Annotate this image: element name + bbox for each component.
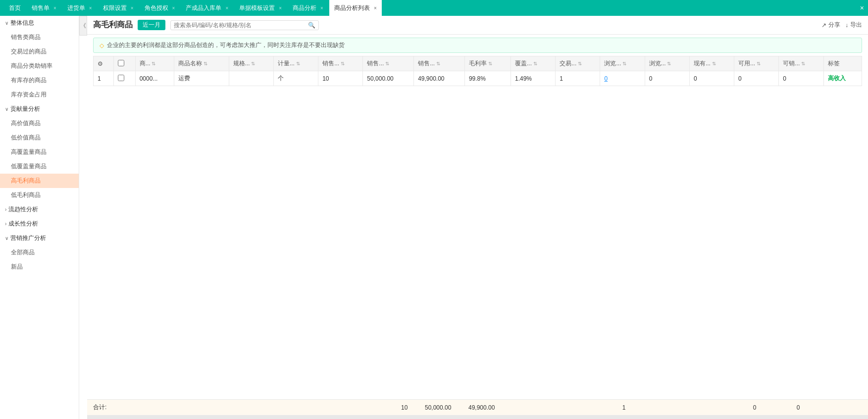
sort-icon-6[interactable]: ⇅ xyxy=(339,61,345,66)
col-header-9[interactable]: 毛利率 ⇅ xyxy=(464,56,511,71)
sidebar-group-label: 贡献量分析 xyxy=(10,105,40,113)
row-select-checkbox[interactable] xyxy=(118,75,124,81)
nav-item-单据模板设置[interactable]: 单据模板设置× xyxy=(234,0,287,16)
sidebar-item-高覆盖量商品[interactable]: 高覆盖量商品 xyxy=(0,145,79,159)
select-all-checkbox[interactable] xyxy=(118,60,124,66)
bottom-scrollbar[interactable] xyxy=(87,415,868,419)
sort-icon-5[interactable]: ⇅ xyxy=(295,61,300,66)
page-title: 高毛利商品 xyxy=(93,20,133,30)
sidebar-item-新品[interactable]: 新品 xyxy=(0,260,79,274)
nav-close-icon[interactable]: × xyxy=(225,5,228,11)
footer-sales1: 10 xyxy=(372,404,411,411)
sidebar: ∨整体信息销售类商品交易过的商品商品分类助销率有库存的商品库存资金占用∨贡献量分… xyxy=(0,16,79,419)
col-header-6[interactable]: 销售... ⇅ xyxy=(318,56,363,71)
sort-icon-11[interactable]: ⇅ xyxy=(576,61,582,66)
settings-icon[interactable]: ⚙ xyxy=(98,60,103,67)
col-header-4[interactable]: 规格... ⇅ xyxy=(229,56,273,71)
nav-close-icon[interactable]: × xyxy=(172,5,175,11)
col-header-10[interactable]: 覆盖... ⇅ xyxy=(511,56,556,71)
sidebar-item-低覆盖量商品[interactable]: 低覆盖量商品 xyxy=(0,159,79,174)
nav-item-角色授权[interactable]: 角色授权× xyxy=(140,0,180,16)
share-button[interactable]: ↗ 分享 xyxy=(821,21,840,29)
sort-icon-13[interactable]: ⇅ xyxy=(666,61,671,66)
sidebar-item-全部商品[interactable]: 全部商品 xyxy=(0,245,79,260)
browse-link[interactable]: 0 xyxy=(604,75,608,82)
sidebar-collapse-button[interactable]: 《 xyxy=(79,16,87,36)
sidebar-item-商品分类助销率[interactable]: 商品分类助销率 xyxy=(0,59,79,73)
arrow-right-icon: › xyxy=(5,207,6,212)
sort-icon-3[interactable]: ⇅ xyxy=(202,61,207,66)
col-header-7[interactable]: 销售... ⇅ xyxy=(363,56,414,71)
col-header-8[interactable]: 销售... ⇅ xyxy=(414,56,465,71)
sidebar-group-流趋性分析[interactable]: ›流趋性分析 xyxy=(0,202,79,217)
col-header-17: 标签 xyxy=(823,56,862,71)
sidebar-item-低毛利商品[interactable]: 低毛利商品 xyxy=(0,188,79,202)
sidebar-item-库存资金占用[interactable]: 库存资金占用 xyxy=(0,88,79,102)
col-label-6: 销售... xyxy=(322,60,339,67)
sidebar-group-贡献量分析[interactable]: ∨贡献量分析 xyxy=(0,102,79,116)
export-button[interactable]: ↓ 导出 xyxy=(845,21,862,29)
close-window-btn[interactable]: × xyxy=(860,4,864,12)
col-label-5: 计量... xyxy=(278,60,295,67)
nav-item-销售单[interactable]: 销售单× xyxy=(27,0,61,16)
row-browse2: 0 xyxy=(645,71,689,86)
col-header-15[interactable]: 可用... ⇅ xyxy=(734,56,779,71)
sort-icon-14[interactable]: ⇅ xyxy=(711,61,716,66)
nav-item-产成品入库单[interactable]: 产成品入库单× xyxy=(181,0,233,16)
col-header-14[interactable]: 现有... ⇅ xyxy=(689,56,734,71)
sort-icon-9[interactable]: ⇅ xyxy=(487,61,492,66)
sidebar-item-高毛利商品[interactable]: 高毛利商品 xyxy=(0,174,79,188)
nav-item-进货单[interactable]: 进货单× xyxy=(62,0,97,16)
info-text: 企业的主要的利润都是这部分商品创造的，可考虑加大推广，同时关注库存是不要出现缺货 xyxy=(107,41,345,49)
nav-close-icon[interactable]: × xyxy=(53,5,56,11)
col-label-13: 浏览... xyxy=(649,60,666,67)
col-label-9: 毛利率 xyxy=(469,60,487,67)
col-header-11[interactable]: 交易... ⇅ xyxy=(556,56,600,71)
sidebar-item-销售类商品[interactable]: 销售类商品 xyxy=(0,30,79,45)
sort-icon-7[interactable]: ⇅ xyxy=(384,61,389,66)
sort-icon-16[interactable]: ⇅ xyxy=(800,61,805,66)
filter-recent-month-button[interactable]: 近一月 xyxy=(138,20,165,30)
sidebar-item-交易过的商品[interactable]: 交易过的商品 xyxy=(0,45,79,59)
col-header-3[interactable]: 商品名称 ⇅ xyxy=(174,56,229,71)
row-current: 0 xyxy=(689,71,734,86)
nav-close-icon[interactable]: × xyxy=(374,5,377,11)
table-body: 10000...运费个1050,000.0049,900.0099.8%1.49… xyxy=(94,71,862,86)
col-header-0: ⚙ xyxy=(94,56,114,71)
col-header-2[interactable]: 商... ⇅ xyxy=(135,56,174,71)
row-available: 0 xyxy=(734,71,779,86)
col-header-13[interactable]: 浏览... ⇅ xyxy=(645,56,689,71)
sidebar-item-低价值商品[interactable]: 低价值商品 xyxy=(0,131,79,145)
top-navigation: 首页销售单×进货单×权限设置×角色授权×产成品入库单×单据模板设置×商品分析×商… xyxy=(0,0,868,16)
nav-item-商品分析[interactable]: 商品分析× xyxy=(288,0,328,16)
nav-close-icon[interactable]: × xyxy=(279,5,282,11)
nav-item-首页[interactable]: 首页 xyxy=(4,0,26,16)
sidebar-group-营销推广分析[interactable]: ∨营销推广分析 xyxy=(0,231,79,245)
nav-close-icon[interactable]: × xyxy=(320,5,323,11)
sidebar-group-成长性分析[interactable]: ›成长性分析 xyxy=(0,217,79,231)
sort-icon-12[interactable]: ⇅ xyxy=(621,61,626,66)
col-header-12[interactable]: 浏览... ⇅ xyxy=(600,56,645,71)
sort-icon-2[interactable]: ⇅ xyxy=(151,61,156,66)
sort-icon-8[interactable]: ⇅ xyxy=(435,61,440,66)
sidebar-item-有库存的商品[interactable]: 有库存的商品 xyxy=(0,73,79,88)
row-code: 0000... xyxy=(135,71,174,86)
col-header-16[interactable]: 可销... ⇅ xyxy=(779,56,823,71)
search-input[interactable] xyxy=(174,22,306,29)
content-area: 高毛利商品 近一月 🔍 ↗ 分享 ↓ 导出 ◇ 企业的主要的利润都是这部分商品创… xyxy=(87,16,868,419)
sidebar-group-整体信息[interactable]: ∨整体信息 xyxy=(0,16,79,30)
nav-item-商品分析列表[interactable]: 商品分析列表× xyxy=(329,0,382,16)
col-label-10: 覆盖... xyxy=(515,60,532,67)
nav-close-icon[interactable]: × xyxy=(89,5,92,11)
nav-close-icon[interactable]: × xyxy=(131,5,134,11)
row-tag: 高收入 xyxy=(823,71,862,86)
sort-icon-15[interactable]: ⇅ xyxy=(755,61,761,66)
col-header-5[interactable]: 计量... ⇅ xyxy=(273,56,318,71)
sort-icon-4[interactable]: ⇅ xyxy=(250,61,255,66)
nav-item-权限设置[interactable]: 权限设置× xyxy=(98,0,139,16)
search-icon[interactable]: 🔍 xyxy=(308,22,315,29)
main-layout: ∨整体信息销售类商品交易过的商品商品分类助销率有库存的商品库存资金占用∨贡献量分… xyxy=(0,16,868,419)
sort-icon-10[interactable]: ⇅ xyxy=(532,61,537,66)
arrow-down-icon: ∨ xyxy=(5,20,8,26)
sidebar-item-高价值商品[interactable]: 高价值商品 xyxy=(0,116,79,131)
